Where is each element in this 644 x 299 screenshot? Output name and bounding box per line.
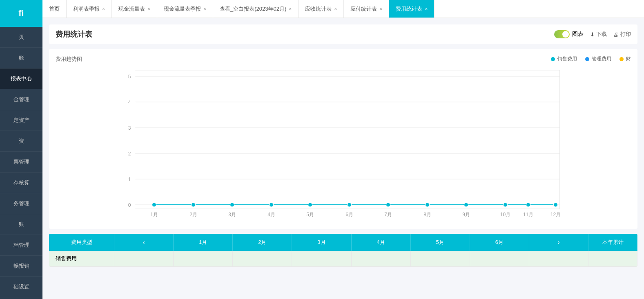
- svg-text:4: 4: [128, 100, 131, 105]
- prev-month-icon[interactable]: ‹: [143, 239, 145, 246]
- th-total: 本年累计: [588, 234, 637, 251]
- tab-payable-stats[interactable]: 应付统计表 ×: [344, 0, 389, 18]
- svg-point-30: [348, 203, 352, 207]
- td-sales-m3: [292, 251, 351, 266]
- chart-toggle-label: 图表: [572, 31, 584, 38]
- th-month-6-label: 6月: [495, 239, 504, 246]
- chart-legend: 销售费用 管理费用 财: [551, 55, 631, 62]
- tab-receivable-stats-close[interactable]: ×: [334, 6, 337, 12]
- legend-sales-expense: 销售费用: [551, 55, 577, 62]
- svg-text:6月: 6月: [345, 212, 353, 217]
- tab-receivable-stats[interactable]: 应收统计表 ×: [299, 0, 344, 18]
- th-nav-next[interactable]: ›: [529, 234, 588, 251]
- page-content: 费用统计表 图表 ⬇ 下载 🖨 打印 费用趋势图: [42, 18, 644, 299]
- sidebar-item-ledger[interactable]: 账: [0, 48, 42, 69]
- svg-point-34: [504, 203, 508, 207]
- svg-point-29: [308, 203, 312, 207]
- sidebar-item-service-mgmt[interactable]: 务管理: [0, 193, 42, 214]
- legend-dot-sales: [551, 57, 555, 61]
- chart-svg-container: 5 4 3 2 1 0 1月 2月: [56, 66, 631, 222]
- tab-cash-flow-label: 现金流量表: [118, 5, 145, 13]
- svg-text:4月: 4月: [267, 212, 275, 217]
- svg-point-32: [426, 203, 430, 207]
- tab-bar: 首页 利润表季报 × 现金流量表 × 现金流量表季报 × 查看_空白报表(202…: [42, 0, 644, 18]
- sidebar-item-archive-mgmt[interactable]: 档管理: [0, 235, 42, 256]
- sidebar-item-basic-settings[interactable]: 础设置: [0, 277, 42, 297]
- print-icon: 🖨: [613, 31, 619, 38]
- tab-profit-quarterly-close[interactable]: ×: [102, 6, 105, 12]
- th-nav-prev[interactable]: ‹: [114, 234, 174, 251]
- th-type: 费用类型: [49, 234, 114, 251]
- sidebar-item-fund-mgmt[interactable]: 金管理: [0, 89, 42, 110]
- tab-blank-report-label: 查看_空白报表(2023年02月): [220, 5, 286, 13]
- svg-text:5: 5: [128, 74, 131, 80]
- print-button[interactable]: 🖨 打印: [613, 31, 631, 38]
- td-sales-m1: [174, 251, 233, 266]
- expense-table: 费用类型 ‹ 1月 2月 3月 4月 5月: [49, 234, 637, 267]
- sidebar-item-payable[interactable]: 账: [0, 214, 42, 235]
- tab-profit-quarterly[interactable]: 利润表季报 ×: [67, 0, 112, 18]
- chart-svg: 5 4 3 2 1 0 1月 2月: [56, 66, 631, 221]
- th-type-label: 费用类型: [71, 239, 92, 246]
- tab-home-label: 首页: [49, 5, 60, 13]
- print-label: 打印: [620, 31, 631, 38]
- tab-payable-stats-close[interactable]: ×: [379, 6, 382, 12]
- sidebar-item-home[interactable]: 页: [0, 27, 42, 48]
- tab-cash-flow-quarterly-close[interactable]: ×: [203, 6, 206, 12]
- svg-point-26: [192, 203, 196, 207]
- download-button[interactable]: ⬇ 下载: [590, 31, 607, 38]
- sidebar-item-inventory[interactable]: 存核算: [0, 173, 42, 193]
- sidebar-item-ticket-mgmt[interactable]: 票管理: [0, 152, 42, 173]
- sidebar-item-fixed-assets[interactable]: 定资产: [0, 110, 42, 131]
- sidebar-item-investment[interactable]: 资: [0, 131, 42, 152]
- next-month-icon[interactable]: ›: [557, 239, 559, 246]
- th-month-3: 3月: [292, 234, 351, 251]
- tab-expense-stats[interactable]: 费用统计表 ×: [389, 0, 435, 18]
- tab-profit-quarterly-label: 利润表季报: [73, 5, 100, 13]
- svg-point-28: [270, 203, 274, 207]
- svg-point-33: [464, 203, 468, 207]
- svg-text:5月: 5月: [306, 212, 314, 217]
- sidebar-item-report-center[interactable]: 报表中心: [0, 69, 42, 89]
- th-month-4: 4月: [352, 234, 411, 251]
- th-month-4-label: 4月: [377, 239, 385, 246]
- table-header-row: 费用类型 ‹ 1月 2月 3月 4月 5月: [49, 234, 637, 251]
- tab-expense-stats-close[interactable]: ×: [425, 6, 428, 12]
- td-sales-next: [529, 251, 588, 266]
- td-sales-prev: [114, 251, 174, 266]
- legend-label-finance: 财: [626, 55, 631, 62]
- td-sales-m2: [233, 251, 292, 266]
- svg-text:2月: 2月: [189, 212, 197, 217]
- chart-card: 费用趋势图 销售费用 管理费用 财: [49, 49, 637, 229]
- chart-toggle-wrap: 图表: [554, 30, 584, 38]
- tab-blank-report[interactable]: 查看_空白报表(2023年02月) ×: [213, 0, 299, 18]
- tab-cash-flow-quarterly[interactable]: 现金流量表季报 ×: [157, 0, 213, 18]
- th-month-5: 5月: [411, 234, 470, 251]
- td-sales-m4: [352, 251, 411, 266]
- svg-point-27: [230, 203, 234, 207]
- tab-cash-flow-close[interactable]: ×: [147, 6, 150, 12]
- table-row-sales-expense: 销售费用: [49, 251, 637, 267]
- th-month-5-label: 5月: [436, 239, 444, 246]
- sidebar-item-expense-report[interactable]: 畅报销: [0, 256, 42, 277]
- tab-blank-report-close[interactable]: ×: [289, 6, 292, 12]
- svg-point-25: [152, 203, 156, 207]
- tab-cash-flow[interactable]: 现金流量表 ×: [112, 0, 157, 18]
- svg-text:0: 0: [128, 202, 131, 208]
- chart-title: 费用趋势图: [56, 55, 82, 63]
- page-header: 费用统计表 图表 ⬇ 下载 🖨 打印: [49, 24, 637, 44]
- chart-toggle[interactable]: [554, 30, 570, 38]
- th-month-3-label: 3月: [317, 239, 325, 246]
- th-month-2-label: 2月: [258, 239, 266, 246]
- svg-text:1: 1: [128, 177, 131, 182]
- th-month-2: 2月: [233, 234, 292, 251]
- download-icon: ⬇: [590, 31, 595, 38]
- svg-text:2: 2: [128, 151, 131, 157]
- legend-dot-admin: [585, 57, 589, 61]
- legend-label-admin: 管理费用: [592, 55, 611, 62]
- main-area: 首页 利润表季报 × 现金流量表 × 现金流量表季报 × 查看_空白报表(202…: [42, 0, 644, 299]
- legend-finance-expense: 财: [619, 55, 631, 62]
- tab-home[interactable]: 首页: [42, 0, 67, 18]
- legend-label-sales: 销售费用: [557, 55, 577, 62]
- th-month-6: 6月: [470, 234, 529, 251]
